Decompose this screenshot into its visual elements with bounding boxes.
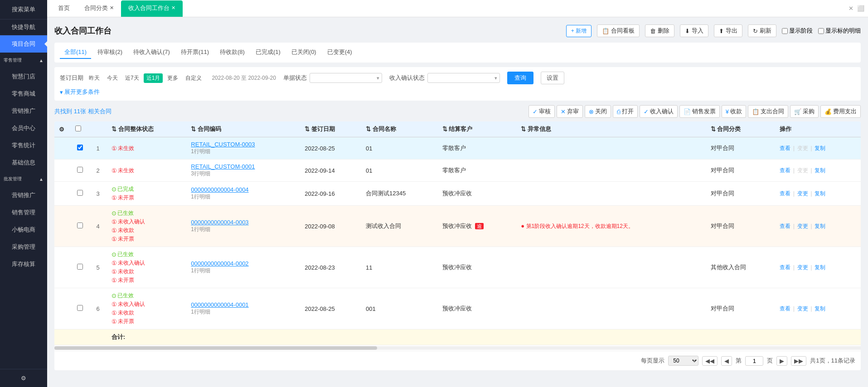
horizontal-scrollbar[interactable] <box>54 346 861 350</box>
toolbar-expense-out-btn[interactable]: 💰 费用支出 <box>820 105 861 118</box>
select-all-checkbox[interactable] <box>75 126 81 131</box>
delete-button[interactable]: 🗑 删除 <box>645 24 674 37</box>
date-filter-custom[interactable]: 自定义 <box>183 73 204 83</box>
change-link-1[interactable]: 变更 <box>797 145 808 151</box>
th-sign-date[interactable]: ⇅ 签订日期 <box>300 121 361 137</box>
filter-tab-changed[interactable]: 已变更(4) <box>323 46 357 59</box>
close-all-icon[interactable]: ✕ <box>849 5 853 12</box>
filter-tab-closed[interactable]: 已关闭(0) <box>287 46 321 59</box>
filter-tab-all[interactable]: 全部(11) <box>60 46 91 59</box>
import-button[interactable]: ⬇ 导入 <box>680 24 708 37</box>
change-link-3[interactable]: 变更 <box>797 190 808 197</box>
view-link-6[interactable]: 查看 <box>780 305 790 312</box>
tab-income-contract[interactable]: 收入合同工作台 ✕ <box>121 0 183 17</box>
maximize-icon[interactable]: ⬜ <box>857 5 864 12</box>
th-status[interactable]: ⇅ 合同整体状态 <box>107 121 186 137</box>
copy-link-5[interactable]: 复制 <box>815 264 825 271</box>
sidebar-item-smart-store[interactable]: 智慧门店 <box>0 68 47 85</box>
copy-link-6[interactable]: 复制 <box>815 305 825 312</box>
row-checkbox-1[interactable] <box>71 137 89 160</box>
toolbar-out-contract-btn[interactable]: 📋 支出合同 <box>748 105 788 118</box>
sidebar-item-retail-mgmt[interactable]: 零售管理▲ <box>0 53 47 68</box>
toolbar-purchase-btn[interactable]: 🛒 采购 <box>790 105 819 118</box>
show-detail-checkbox[interactable]: 显示标的明细 <box>818 27 861 35</box>
sidebar-item-member[interactable]: 会员中心 <box>0 120 47 137</box>
sidebar-search[interactable]: 搜索菜单 <box>0 0 47 19</box>
copy-link-2[interactable]: 复制 <box>815 167 825 174</box>
change-link-4[interactable]: 变更 <box>797 223 808 229</box>
page-input[interactable] <box>745 356 763 366</box>
copy-link-4[interactable]: 复制 <box>815 223 825 229</box>
code-link-2[interactable]: RETAIL_CUSTOM-0001 <box>191 163 296 170</box>
sidebar-item-project[interactable]: 项目合同 <box>0 35 47 53</box>
copy-link-3[interactable]: 复制 <box>815 190 825 197</box>
view-link-3[interactable]: 查看 <box>780 190 790 197</box>
code-link-3[interactable]: 0000000000004-0004 <box>191 186 296 193</box>
sidebar-item-retail-mall[interactable]: 零售商城 <box>0 85 47 102</box>
sidebar-item-retail-stats[interactable]: 零售统计 <box>0 137 47 154</box>
row-checkbox-2[interactable] <box>71 160 89 182</box>
settings-icon[interactable]: ⚙ <box>0 369 47 387</box>
first-page-btn[interactable]: ◀◀ <box>702 356 718 366</box>
sidebar-item-marketing[interactable]: 营销推广 <box>0 102 47 120</box>
th-exception[interactable]: ⇅ 异常信息 <box>516 121 706 137</box>
date-filter-yesterday[interactable]: 昨天 <box>86 73 102 83</box>
tab-close-contract-category[interactable]: ✕ <box>110 5 114 11</box>
toolbar-print-btn[interactable]: ⎙ 打开 <box>613 105 638 118</box>
setting-button[interactable]: 设置 <box>541 72 564 84</box>
tab-home[interactable]: 首页 <box>51 0 77 17</box>
expand-more-btn[interactable]: ▾ 展开更多条件 <box>60 88 855 96</box>
date-filter-last1m[interactable]: 近1月 <box>144 73 163 83</box>
date-filter-today[interactable]: 今天 <box>104 73 121 83</box>
export-button[interactable]: ⬆ 导出 <box>714 24 742 37</box>
tab-close-income-contract[interactable]: ✕ <box>171 5 175 11</box>
code-link-6[interactable]: 0000000000004-0001 <box>191 301 296 308</box>
sidebar-nav[interactable]: 快捷导航 <box>0 19 47 35</box>
view-link-4[interactable]: 查看 <box>780 223 790 229</box>
toolbar-close-btn[interactable]: ⊗ 关闭 <box>585 105 611 118</box>
sidebar-item-sales[interactable]: 销售管理 <box>0 204 47 221</box>
th-settings[interactable]: ⚙ <box>54 121 71 137</box>
income-confirm-select[interactable] <box>427 73 500 83</box>
th-customer[interactable]: ⇅ 结算客户 <box>438 121 517 137</box>
prev-page-btn[interactable]: ◀ <box>721 356 732 366</box>
view-link-2[interactable]: 查看 <box>780 167 790 174</box>
change-link-5[interactable]: 变更 <box>797 264 808 271</box>
filter-tab-pending-review[interactable]: 待审核(2) <box>93 46 127 59</box>
sidebar-item-inventory[interactable]: 库存核算 <box>0 256 47 273</box>
query-button[interactable]: 查询 <box>507 72 533 84</box>
th-name[interactable]: ⇅ 合同名称 <box>361 121 437 137</box>
sidebar-item-basic-info[interactable]: 基础信息 <box>0 154 47 171</box>
refresh-button[interactable]: ↻ 刷新 <box>748 24 776 37</box>
filter-tab-pending-confirm[interactable]: 待收入确认(7) <box>129 46 175 59</box>
th-category[interactable]: ⇅ 合同分类 <box>706 121 776 137</box>
th-code[interactable]: ⇅ 合同编码 <box>186 121 300 137</box>
view-link-5[interactable]: 查看 <box>780 264 790 271</box>
sidebar-item-purchase[interactable]: 采购管理 <box>0 238 47 256</box>
code-link-5[interactable]: 0000000000004-0002 <box>191 260 296 267</box>
next-page-btn[interactable]: ▶ <box>776 356 787 366</box>
date-filter-more[interactable]: 更多 <box>165 73 181 83</box>
toolbar-income-confirm-btn[interactable]: ✓ 收入确认 <box>640 105 678 118</box>
settings-col-icon[interactable]: ⚙ <box>59 126 64 133</box>
date-filter-last7[interactable]: 近7天 <box>122 73 142 83</box>
sidebar-item-wholesale[interactable]: 批发管理▲ <box>0 171 47 187</box>
row-checkbox-3[interactable] <box>71 182 89 206</box>
doc-status-select[interactable] <box>310 73 382 83</box>
row-checkbox-6[interactable] <box>71 288 89 329</box>
code-link-1[interactable]: RETAIL_CUSTOM-0003 <box>191 141 296 148</box>
toolbar-abandon-btn[interactable]: ✕ 弃审 <box>557 105 583 118</box>
show-fields-checkbox[interactable]: 显示阶段 <box>782 27 813 35</box>
toolbar-sales-invoice-btn[interactable]: 📄 销售发票 <box>679 105 720 118</box>
copy-link-1[interactable]: 复制 <box>815 145 825 151</box>
row-checkbox-5[interactable] <box>71 247 89 288</box>
code-link-4[interactable]: 0000000000004-0003 <box>191 219 296 226</box>
sidebar-item-xiaochang[interactable]: 小畅电商 <box>0 221 47 238</box>
contract-board-button[interactable]: 📋 合同看板 <box>597 24 640 37</box>
filter-tab-completed[interactable]: 已完成(1) <box>251 46 285 59</box>
add-button[interactable]: + 新增 <box>566 25 592 37</box>
view-link-1[interactable]: 查看 <box>780 145 790 151</box>
sidebar-item-marketing2[interactable]: 营销推广 <box>0 187 47 204</box>
last-page-btn[interactable]: ▶▶ <box>791 356 806 366</box>
toolbar-review-btn[interactable]: ✓ 审核 <box>529 105 555 118</box>
